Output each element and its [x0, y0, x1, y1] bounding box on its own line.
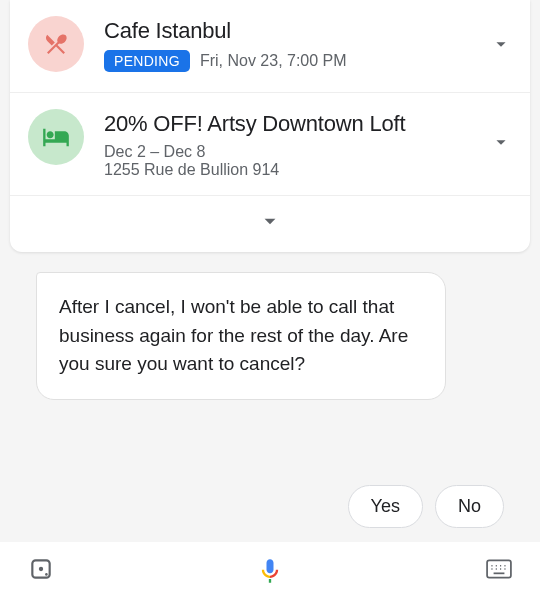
lens-icon[interactable]: [28, 556, 54, 586]
chevron-down-icon[interactable]: [490, 131, 512, 157]
svg-point-2: [45, 573, 48, 576]
card-address: 1255 Rue de Bullion 914: [104, 161, 512, 179]
restaurant-icon: [28, 16, 84, 72]
chevron-down-icon[interactable]: [490, 33, 512, 59]
card-title: Cafe Istanbul: [104, 18, 512, 44]
card-time: Fri, Nov 23, 7:00 PM: [200, 52, 347, 70]
card-title: 20% OFF! Artsy Downtown Loft: [104, 111, 512, 137]
suggestion-chips: Yes No: [348, 485, 504, 528]
expand-chevron[interactable]: [10, 196, 530, 252]
assistant-bubble: After I cancel, I won't be able to call …: [36, 272, 446, 400]
chevron-down-icon: [257, 208, 283, 234]
card-content: Cafe Istanbul PENDING Fri, Nov 23, 7:00 …: [104, 16, 512, 76]
no-button[interactable]: No: [435, 485, 504, 528]
lodging-card[interactable]: 20% OFF! Artsy Downtown Loft Dec 2 – Dec…: [10, 93, 530, 196]
hotel-icon: [28, 109, 84, 165]
card-content: 20% OFF! Artsy Downtown Loft Dec 2 – Dec…: [104, 109, 512, 179]
keyboard-icon[interactable]: [486, 559, 512, 583]
status-badge: PENDING: [104, 50, 190, 72]
card-meta-row: PENDING Fri, Nov 23, 7:00 PM: [104, 50, 512, 72]
mic-icon[interactable]: [256, 557, 284, 585]
assistant-text: After I cancel, I won't be able to call …: [59, 296, 408, 374]
yes-button[interactable]: Yes: [348, 485, 423, 528]
svg-rect-3: [487, 560, 511, 577]
bottom-bar: [0, 542, 540, 600]
cards-container: Cafe Istanbul PENDING Fri, Nov 23, 7:00 …: [10, 0, 530, 252]
card-dates: Dec 2 – Dec 8: [104, 143, 512, 161]
reservation-card[interactable]: Cafe Istanbul PENDING Fri, Nov 23, 7:00 …: [10, 0, 530, 93]
svg-point-1: [39, 567, 43, 571]
